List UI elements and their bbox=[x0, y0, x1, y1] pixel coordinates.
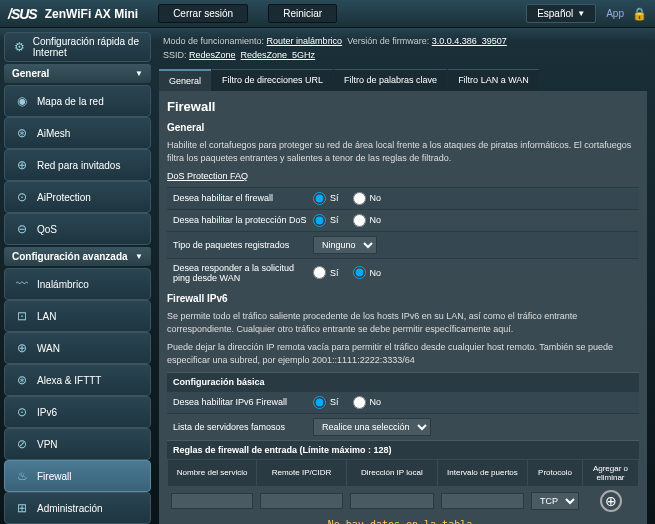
page-title: Firewall bbox=[167, 99, 639, 114]
firmware-link[interactable]: 3.0.0.4.386_39507 bbox=[432, 36, 507, 46]
ipv6-desc1: Se permite todo el tráfico saliente proc… bbox=[167, 310, 639, 337]
sidebar-item-lan[interactable]: ⊡LAN bbox=[4, 300, 151, 332]
sidebar-item-aiprotection[interactable]: ⊙AiProtection bbox=[4, 181, 151, 213]
radio-yes[interactable]: Sí bbox=[313, 396, 339, 409]
sidebar-item-vpn[interactable]: ⊘VPN bbox=[4, 428, 151, 460]
sidebar-item-label: QoS bbox=[37, 224, 57, 235]
column-header: Protocolo bbox=[528, 459, 583, 486]
mode-link[interactable]: Router inalámbrico bbox=[267, 36, 343, 46]
sidebar-item-red-para-invitados[interactable]: ⊕Red para invitados bbox=[4, 149, 151, 181]
nav-icon: ◉ bbox=[13, 92, 31, 110]
sidebar-item-label: Administración bbox=[37, 503, 103, 514]
main-content: Modo de funcionamiento: Router inalámbri… bbox=[155, 28, 655, 524]
local-ip-input[interactable] bbox=[350, 493, 434, 509]
ipv6-desc2: Puede dejar la dirección IP remota vacía… bbox=[167, 341, 639, 368]
chevron-down-icon: ▼ bbox=[577, 9, 585, 18]
sidebar-item-mapa-de-la-red[interactable]: ◉Mapa de la red bbox=[4, 85, 151, 117]
service-name-input[interactable] bbox=[171, 493, 253, 509]
nav-icon: ⊘ bbox=[13, 435, 31, 453]
sidebar-item-label: WAN bbox=[37, 343, 60, 354]
sidebar-item-qos[interactable]: ⊖QoS bbox=[4, 213, 151, 245]
reboot-button[interactable]: Reiniciar bbox=[268, 4, 337, 23]
column-header: Agregar o eliminar bbox=[583, 459, 639, 486]
sidebar-item-label: LAN bbox=[37, 311, 56, 322]
radio-no[interactable]: No bbox=[353, 396, 382, 409]
form-row: Lista de servidores famososRealice una s… bbox=[167, 413, 639, 440]
remote-ip-input[interactable] bbox=[260, 493, 343, 509]
select-input[interactable]: Ninguno bbox=[313, 236, 377, 254]
nav-icon: ⊙ bbox=[13, 188, 31, 206]
sidebar-item-label: Mapa de la red bbox=[37, 96, 104, 107]
form-label: Lista de servidores famosos bbox=[173, 422, 313, 432]
radio-no[interactable]: No bbox=[353, 214, 382, 227]
rules-table: Nombre del servicioRemote IP/CIDRDirecci… bbox=[167, 459, 639, 524]
tabs: GeneralFiltro de direcciones URLFiltro d… bbox=[159, 69, 647, 91]
radio-yes[interactable]: Sí bbox=[313, 192, 339, 205]
language-selector[interactable]: Español▼ bbox=[526, 4, 596, 23]
lock-icon[interactable]: 🔒 bbox=[632, 7, 647, 21]
sidebar-item-label: Red para invitados bbox=[37, 160, 120, 171]
sidebar-header-general-label: General bbox=[12, 68, 49, 79]
ssid-label: SSID: bbox=[163, 50, 187, 60]
model-name: ZenWiFi AX Mini bbox=[45, 7, 138, 21]
protocol-select[interactable]: TCP bbox=[531, 492, 579, 510]
sidebar-item-label: IPv6 bbox=[37, 407, 57, 418]
form-row: Desea habilitar la protección DoSSíNo bbox=[167, 209, 639, 231]
sidebar-item-label: VPN bbox=[37, 439, 58, 450]
port-range-input[interactable] bbox=[441, 493, 524, 509]
nav-icon: ⊛ bbox=[13, 124, 31, 142]
sidebar: ⚙ Configuración rápida de Internet Gener… bbox=[0, 28, 155, 524]
sidebar-item-administraci-n[interactable]: ⊞Administración bbox=[4, 492, 151, 524]
nav-icon: 〰 bbox=[13, 275, 31, 293]
nav-icon: ⊙ bbox=[13, 403, 31, 421]
sidebar-item-ipv6[interactable]: ⊙IPv6 bbox=[4, 396, 151, 428]
firewall-panel: Firewall General Habilite el cortafuegos… bbox=[159, 91, 647, 524]
sidebar-item-label: Firewall bbox=[37, 471, 71, 482]
form-row: Desea habilitar el firewallSíNo bbox=[167, 187, 639, 209]
radio-yes[interactable]: Sí bbox=[313, 214, 339, 227]
sidebar-item-alexa-ifttt[interactable]: ⊛Alexa & IFTTT bbox=[4, 364, 151, 396]
logout-button[interactable]: Cerrar sesión bbox=[158, 4, 248, 23]
add-rule-button[interactable]: ⊕ bbox=[600, 490, 622, 512]
tab-filtro-lan-a-wan[interactable]: Filtro LAN a WAN bbox=[448, 69, 539, 91]
column-header: Intervalo de puertos bbox=[437, 459, 527, 486]
tab-filtro-de-direcciones-url[interactable]: Filtro de direcciones URL bbox=[212, 69, 333, 91]
language-label: Español bbox=[537, 8, 573, 19]
app-link[interactable]: App bbox=[606, 8, 624, 19]
wizard-icon: ⚙ bbox=[13, 38, 27, 56]
nav-icon: ⊖ bbox=[13, 220, 31, 238]
sidebar-item-inal-mbrico[interactable]: 〰Inalámbrico bbox=[4, 268, 151, 300]
radio-no[interactable]: No bbox=[353, 192, 382, 205]
sidebar-item-firewall[interactable]: ♨Firewall bbox=[4, 460, 151, 492]
sidebar-item-label: Alexa & IFTTT bbox=[37, 375, 101, 386]
sidebar-item-aimesh[interactable]: ⊛AiMesh bbox=[4, 117, 151, 149]
sidebar-header-advanced-label: Configuración avanzada bbox=[12, 251, 128, 262]
sidebar-header-advanced[interactable]: Configuración avanzada▼ bbox=[4, 247, 151, 266]
dos-faq-link[interactable]: DoS Protection FAQ bbox=[167, 171, 248, 181]
info-bar: Modo de funcionamiento: Router inalámbri… bbox=[159, 32, 647, 65]
sidebar-header-general[interactable]: General▼ bbox=[4, 64, 151, 83]
section-general: General bbox=[167, 122, 639, 133]
radio-yes[interactable]: Sí bbox=[313, 266, 339, 279]
select-input[interactable]: Realice una selección bbox=[313, 418, 431, 436]
tab-general[interactable]: General bbox=[159, 69, 211, 91]
quick-setup-card[interactable]: ⚙ Configuración rápida de Internet bbox=[4, 32, 151, 62]
rule-input-row: TCP ⊕ bbox=[168, 486, 639, 515]
column-header: Nombre del servicio bbox=[168, 459, 257, 486]
nav-icon: ♨ bbox=[13, 467, 31, 485]
form-label: Desea habilitar el firewall bbox=[173, 193, 313, 203]
sidebar-item-wan[interactable]: ⊕WAN bbox=[4, 332, 151, 364]
column-header: Remote IP/CIDR bbox=[257, 459, 347, 486]
radio-no[interactable]: No bbox=[353, 266, 382, 279]
column-header: Dirección IP local bbox=[346, 459, 437, 486]
ssid1-link[interactable]: RedesZone bbox=[189, 50, 236, 60]
form-row: Desea responder a la solicitud ping desd… bbox=[167, 258, 639, 287]
nav-icon: ⊡ bbox=[13, 307, 31, 325]
sidebar-item-label: Inalámbrico bbox=[37, 279, 89, 290]
ssid2-link[interactable]: RedesZone_5GHz bbox=[241, 50, 316, 60]
general-desc: Habilite el cortafuegos para proteger su… bbox=[167, 139, 639, 166]
sidebar-item-label: AiMesh bbox=[37, 128, 70, 139]
no-data-message: No hay datos en la tabla. bbox=[168, 515, 639, 524]
quick-setup-label: Configuración rápida de Internet bbox=[33, 36, 142, 58]
tab-filtro-de-palabras-clave[interactable]: Filtro de palabras clave bbox=[334, 69, 447, 91]
